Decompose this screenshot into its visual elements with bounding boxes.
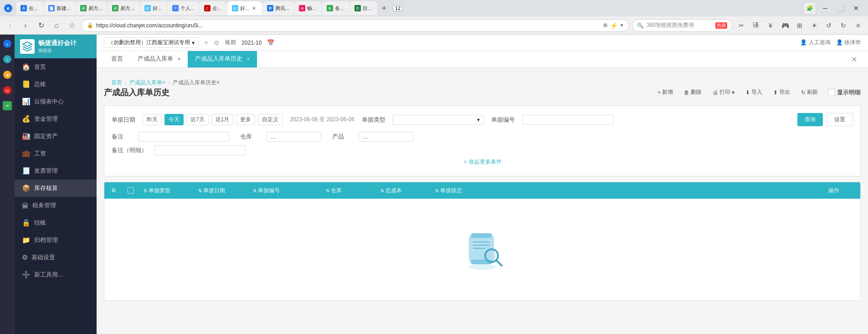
- menu-icon[interactable]: ≡: [852, 19, 864, 32]
- back-button[interactable]: ‹: [4, 19, 16, 32]
- browser-tab-10[interactable]: M 畅...: [294, 1, 322, 15]
- close-panel-button[interactable]: ✕: [847, 55, 861, 64]
- page-tab-list[interactable]: 产成品入库单 ×: [130, 51, 188, 67]
- th-number[interactable]: ⇅ 单据编号: [248, 187, 321, 195]
- header-checkbox[interactable]: [128, 187, 134, 194]
- breadcrumb-home[interactable]: 首页: [111, 79, 122, 87]
- sidebar-item-ledger[interactable]: 📒 总账: [15, 76, 97, 93]
- sidebar-item-tax[interactable]: 🏛 税务管理: [15, 197, 97, 214]
- apps-icon[interactable]: ⊞: [603, 22, 607, 28]
- browser-tab-5[interactable]: 好 好...: [140, 1, 167, 15]
- page-tab-history[interactable]: 产成品入库单历史 ×: [188, 51, 257, 67]
- new-button[interactable]: + 新增: [654, 87, 677, 98]
- browser-tab-11[interactable]: 各 各...: [322, 1, 349, 15]
- warehouse-select[interactable]: …: [267, 132, 321, 142]
- sidebar-item-inventory[interactable]: 📦 库存核算: [15, 180, 97, 197]
- search-box[interactable]: 🔍 360智能抠图免费用 热搜: [632, 19, 732, 32]
- icon-sidebar-360[interactable]: e: [1, 37, 14, 50]
- show-detail-toggle[interactable]: 显示明细: [828, 88, 861, 97]
- browser-tab-1[interactable]: 在 在...: [16, 1, 43, 15]
- th-checkbox[interactable]: [123, 187, 139, 194]
- date-btn-1month[interactable]: 近1月: [211, 114, 234, 125]
- delete-button[interactable]: 🗑 删除: [680, 87, 705, 98]
- date-btn-custom[interactable]: 自定义: [258, 114, 282, 125]
- grid-icon[interactable]: ⊞: [793, 19, 806, 32]
- date-btn-7days[interactable]: 近7天: [186, 114, 209, 125]
- import-button[interactable]: ⬇ 导入: [742, 87, 766, 98]
- url-dropdown-icon[interactable]: ▾: [621, 22, 623, 28]
- sidebar-item-more[interactable]: ➕ 新工具用...: [15, 266, 97, 283]
- browser-tab-7[interactable]: C 企...: [200, 1, 227, 15]
- settings-icon[interactable]: ⚙: [214, 39, 220, 46]
- query-button[interactable]: 查询: [797, 113, 823, 126]
- tab-count[interactable]: 12: [393, 5, 403, 11]
- minimize-button[interactable]: ─: [819, 2, 832, 15]
- product-select[interactable]: …: [359, 132, 413, 142]
- date-btn-today[interactable]: 今天: [164, 114, 184, 125]
- print-button[interactable]: 🖨 打印 ▾: [709, 87, 738, 98]
- th-settings[interactable]: ⚙: [104, 187, 123, 194]
- collapse-row[interactable]: ∧ 收起更多条件: [112, 155, 853, 169]
- sidebar-item-closing[interactable]: 🔒 结账: [15, 214, 97, 231]
- sidebar-item-settings[interactable]: ⚙ 基础设置: [15, 249, 97, 266]
- page-tab-list-close[interactable]: ×: [178, 56, 180, 62]
- sidebar-item-fund[interactable]: 💰 资金管理: [15, 110, 97, 128]
- th-status[interactable]: ⇅ 单据状态: [431, 187, 824, 195]
- tab-close-8[interactable]: ✕: [251, 5, 257, 11]
- scissors-icon[interactable]: ✂: [735, 19, 748, 32]
- date-btn-yesterday[interactable]: 昨天: [143, 114, 162, 125]
- page-tab-home[interactable]: 首页: [104, 51, 130, 67]
- browser-tab-8[interactable]: 好 好... ✕: [227, 1, 262, 15]
- th-type[interactable]: ⇅ 单据类型: [139, 187, 194, 195]
- icon-sidebar-mail[interactable]: ✉: [1, 99, 14, 112]
- browser-tab-12[interactable]: 目 目...: [350, 1, 377, 15]
- sidebar-item-invoice[interactable]: 🧾 发票管理: [15, 162, 97, 180]
- sidebar-item-archive[interactable]: 📁 归档管理: [15, 231, 97, 249]
- currency-icon[interactable]: ¥: [764, 19, 777, 32]
- calendar-icon[interactable]: 📅: [267, 39, 274, 46]
- browser-tab-2[interactable]: 📄 新建...: [44, 1, 75, 15]
- translate-icon[interactable]: 译: [750, 19, 762, 32]
- refresh-btn[interactable]: ↻ 刷新: [797, 87, 822, 98]
- browser-tab-6[interactable]: 个 个人...: [168, 1, 199, 15]
- close-button[interactable]: ✕: [850, 2, 863, 15]
- lightning-icon[interactable]: ⚡: [610, 22, 618, 29]
- new-tab-button[interactable]: +: [378, 2, 390, 15]
- service-btn[interactable]: 👤 人工咨询: [800, 39, 830, 46]
- number-filter-input[interactable]: [522, 115, 613, 125]
- checkbox-show-detail[interactable]: [828, 89, 835, 96]
- extensions-btn[interactable]: 🧩: [803, 2, 816, 15]
- notes-input[interactable]: [138, 132, 229, 142]
- type-filter-select[interactable]: ▾: [393, 115, 484, 125]
- notes-detail-input[interactable]: [154, 145, 246, 155]
- th-date[interactable]: ⇅ 单据日期: [194, 187, 248, 195]
- th-cost[interactable]: ⇅ 总成本: [376, 187, 431, 195]
- page-tab-history-close[interactable]: ×: [247, 56, 250, 62]
- th-warehouse[interactable]: ⇅ 仓库: [321, 187, 376, 195]
- add-company-btn[interactable]: +: [204, 39, 208, 47]
- icon-sidebar-star[interactable]: ★: [1, 68, 14, 81]
- redo-icon[interactable]: ↻: [837, 19, 850, 32]
- url-bar[interactable]: 🔒 https://cloud.chanjet.com/accounting/u…: [81, 19, 629, 32]
- icon-sidebar-chanjet[interactable]: C: [1, 53, 14, 66]
- refresh-button[interactable]: ↻: [35, 19, 47, 32]
- sidebar-item-payroll[interactable]: 💼 工资: [15, 145, 97, 162]
- browser-tab-4[interactable]: 易 易方...: [108, 1, 139, 15]
- browser-tab-9[interactable]: 腾 腾讯...: [262, 1, 294, 15]
- icon-sidebar-weibo[interactable]: W: [1, 84, 14, 97]
- browser-tab-3[interactable]: 易 易方...: [76, 1, 107, 15]
- date-btn-more[interactable]: 更多: [236, 114, 255, 125]
- sidebar-item-asset[interactable]: 🏭 固定资产: [15, 128, 97, 145]
- filter-settings-button[interactable]: 设置: [827, 113, 853, 126]
- breadcrumb-list[interactable]: 产成品入库单×: [129, 79, 165, 87]
- maximize-button[interactable]: ⬜: [834, 2, 847, 15]
- forward-button[interactable]: ›: [19, 19, 32, 32]
- export-button[interactable]: ⬆ 导出: [770, 87, 794, 98]
- bookmark-button[interactable]: ☆: [66, 19, 78, 32]
- brightness-icon[interactable]: ☀: [808, 19, 821, 32]
- sidebar-item-home[interactable]: 🏠 首页: [15, 58, 97, 76]
- home-button[interactable]: ⌂: [50, 19, 63, 32]
- company-select[interactable]: （勿删勿禁用）江西服宝测试专用 ▾: [104, 37, 199, 48]
- undo-icon[interactable]: ↺: [822, 19, 835, 32]
- avatar-icon[interactable]: 👤 徐泽华: [836, 39, 861, 46]
